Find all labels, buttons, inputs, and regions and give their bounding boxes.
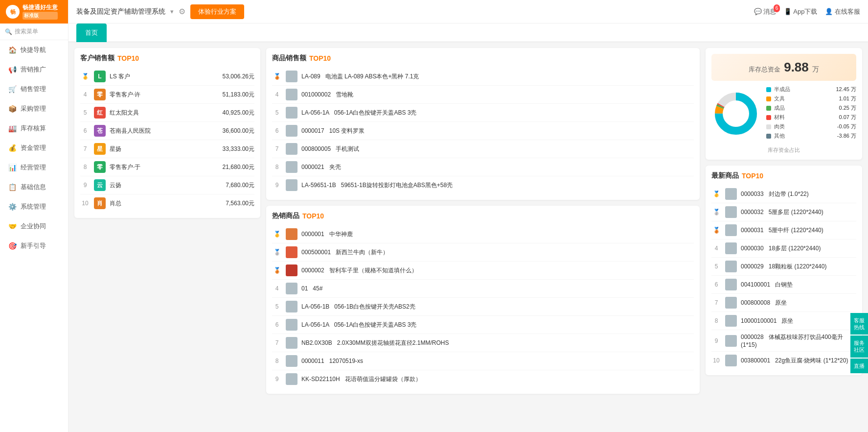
tab-home[interactable]: 首页 [76,24,107,42]
product-img [286,355,297,367]
sidebar-item-marketing[interactable]: 📢 营销推广 [0,60,68,79]
new-products-card: 最新商品 TOP10 🥇 0000033 封边带 (1.0*22) 🥈 0000… [706,166,862,375]
sidebar-item-operation[interactable]: 📊 经营管理 [0,158,68,177]
tab-bar: 首页 [69,24,868,42]
float-btn-service[interactable]: 客服热线 [850,313,868,335]
product-img [725,335,737,347]
hot-products-title: 热销商品 TOP10 [272,212,694,220]
dropdown-icon[interactable]: ▾ [170,8,174,15]
list-item: 9 云 云扬 7,680.00元 [80,176,254,194]
sidebar-item-guide[interactable]: 🎯 新手引导 [0,236,68,256]
list-item: 8 0000021 夹壳 [272,158,694,176]
avatar: 苍 [94,125,106,137]
customer-service-btn[interactable]: 👤 在线客服 [825,7,860,16]
avatar: 红 [94,107,106,119]
legend: 半成品 12.45 万 文具 1.01 万 成品 0 [766,86,856,142]
inventory-icon: 🏭 [8,124,17,133]
product-img [725,224,737,236]
product-img [286,264,297,276]
nav-label-finance: 资金管理 [21,144,46,152]
hot-products-card: 热销商品 TOP10 🥇 0000001 中华神鹿 🥈 000500001 新西… [266,206,700,394]
product-img [286,161,297,173]
list-item: 8 10000100001 原坐 [711,312,856,330]
nav-label-collab: 企业协同 [21,222,46,231]
product-img [286,283,297,294]
basic-icon: 📋 [8,183,17,192]
list-item: 7 000800005 手机测试 [272,140,694,158]
settings-icon[interactable]: ⚙ [179,7,185,16]
inventory-share-label: 库存资金占比 [711,146,856,154]
product-img [725,315,737,327]
product-img [725,261,737,272]
logo-icon: 畅 [6,5,20,19]
product-sales-title: 商品销售额 TOP10 [272,54,694,63]
list-item: 🥉 0000031 5厘中纤 (1220*2440) [711,221,856,240]
service-label: 在线客服 [835,8,860,15]
home-icon: 🏠 [8,46,17,54]
inventory-title: 库存总资金 [749,66,780,73]
message-badge: 6 [774,4,780,12]
sidebar-item-sales[interactable]: 🛒 销售管理 [0,79,68,99]
sidebar-item-basic[interactable]: 📋 基础信息 [0,177,68,197]
list-item: 🥈 000500001 新西兰牛肉（新牛） [272,243,694,262]
new-products-title: 最新商品 TOP10 [711,171,856,180]
trial-button[interactable]: 体验行业方案 [190,4,244,19]
nav-label-operation: 经营管理 [21,163,46,172]
sidebar-search[interactable]: 🔍 搜索菜单 [0,24,68,40]
list-item: 8 零 零售客户·于 21,680.00元 [80,158,254,176]
header-right: 💬 消息 6 📱 App下载 👤 在线客服 [754,7,860,16]
sales-icon: 🛒 [8,85,17,94]
service-icon: 👤 [825,8,833,15]
left-panel: 客户销售额 TOP10 🥇 L LS 客户 53,006.26元 4 零 零售客… [74,48,260,426]
product-img [725,206,737,218]
middle-panel: 商品销售额 TOP10 🥉 LA-089 电池盖 LA-089 ABS本色+黑种… [266,48,700,426]
logo-badge: 标准版 [23,12,58,20]
list-item: 4 0000030 18多层 (1220*2440) [711,240,856,258]
avatar: 肖 [94,197,106,209]
message-icon: 💬 [754,8,762,15]
product-img [286,301,297,312]
product-img [286,246,297,258]
content-main: 客户销售额 TOP10 🥇 L LS 客户 53,006.26元 4 零 零售客… [69,42,868,432]
list-item: 🥇 L LS 客户 53,006.26元 [80,68,254,86]
list-item: 10 肖 肖总 7,563.00元 [80,194,254,212]
content: 客户销售额 TOP10 🥇 L LS 客户 53,006.26元 4 零 零售客… [69,42,868,432]
inventory-unit: 万 [812,65,819,73]
sidebar-item-finance[interactable]: 💰 资金管理 [0,138,68,158]
float-btn-community[interactable]: 服务社区 [850,336,868,358]
marketing-icon: 📢 [8,65,17,74]
sidebar-item-collab[interactable]: 🤝 企业协同 [0,216,68,236]
inventory-value: 9.88 [784,60,809,74]
collab-icon: 🤝 [8,222,17,231]
finance-icon: 💰 [8,144,17,152]
avatar: 云 [94,179,106,191]
list-item: 🥇 0000033 封边带 (1.0*22) [711,185,856,203]
list-item: 6 LA-056-1A 056-1A白色按键开关盖ABS 3壳 [272,316,694,334]
product-img [725,242,737,254]
list-item: 9 0000028 体械荔枝味苏打饮品400毫升 (1*15) [711,330,856,352]
legend-item: 半成品 12.45 万 [766,86,856,93]
product-img [286,337,297,349]
sidebar-item-system[interactable]: ⚙️ 系统管理 [0,197,68,216]
list-item: 10 003800001 22g鱼豆腐·烧烤味 (1*12*20) [711,352,856,369]
legend-item: 肉类 -0.05 万 [766,123,856,130]
sidebar-nav: 🏠 快捷导航 📢 营销推广 🛒 销售管理 📦 采购管理 🏭 库存核算 💰 资金管… [0,40,68,432]
app-download-btn[interactable]: 📱 App下载 [784,7,817,16]
list-item: 🥈 0000032 5厘多层 (1220*2440) [711,203,856,221]
list-item: 9 LA-59651-1B 59651-1B旋转投影灯电池盒ABS黑色+58壳 [272,176,694,194]
list-item: 5 红 红太阳文具 40,925.00元 [80,104,254,122]
list-item: 7 NB2.0X30B 2.0X30MM双搓花轴搓花直径2.1MM/ROHS [272,334,694,352]
guide-icon: 🎯 [8,241,17,250]
float-btn-live[interactable]: 直播 [850,359,868,373]
message-btn[interactable]: 💬 消息 6 [754,7,777,16]
sidebar-item-home[interactable]: 🏠 快捷导航 [0,40,68,60]
avatar: 零 [94,161,106,173]
purchase-icon: 📦 [8,104,17,113]
list-item: 5 0000029 18颗粒板 (1220*2440) [711,258,856,276]
nav-label-marketing: 营销推广 [21,65,46,74]
sidebar-item-inventory[interactable]: 🏭 库存核算 [0,119,68,138]
avatar: 零 [94,89,106,100]
list-item: 7 000800008 原坐 [711,294,856,312]
sidebar-item-purchase[interactable]: 📦 采购管理 [0,99,68,119]
header: 装备及固定资产辅助管理系统 ▾ ⚙ 体验行业方案 💬 消息 6 📱 App下载 … [69,0,868,24]
